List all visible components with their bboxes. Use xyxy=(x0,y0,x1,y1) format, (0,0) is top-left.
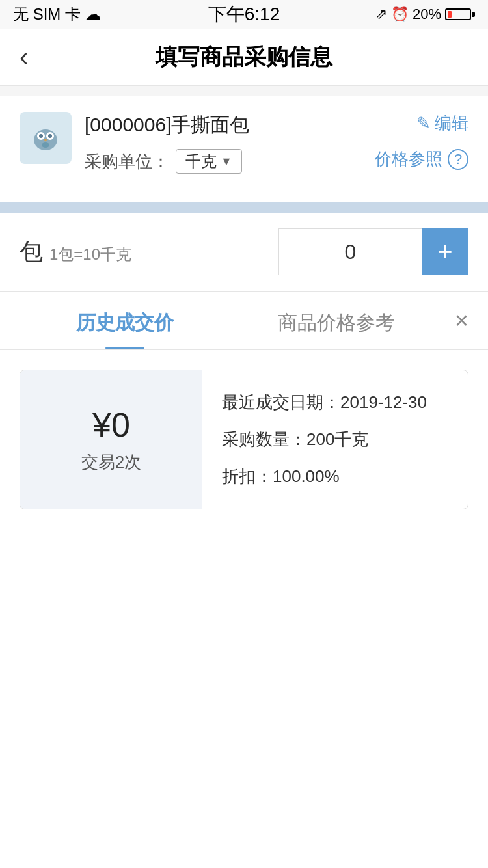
svg-point-5 xyxy=(42,142,49,148)
svg-point-4 xyxy=(48,134,52,138)
discount-label: 折扣： xyxy=(222,467,273,486)
tabs-header: 历史成交价 商品价格参考 × xyxy=(0,292,488,350)
product-logo xyxy=(20,112,72,164)
price-ref-link[interactable]: 价格参照 ? xyxy=(375,148,468,170)
location-icon: ⇗ xyxy=(375,6,387,23)
unit-label-text: 采购单位： xyxy=(85,150,169,173)
unit-dropdown-arrow: ▼ xyxy=(221,155,232,169)
unit-selector[interactable]: 千克 ▼ xyxy=(176,149,242,174)
tab-history-price[interactable]: 历史成交价 xyxy=(20,292,230,349)
alarm-icon: ⏰ xyxy=(391,6,409,23)
gray-separator xyxy=(0,202,488,213)
discount-row: 折扣：100.00% xyxy=(222,464,448,489)
status-time: 下午6:12 xyxy=(208,2,280,27)
history-price-section: ¥0 交易2次 xyxy=(20,370,202,509)
edit-icon: ✎ xyxy=(416,113,431,133)
quantity-conversion: 1包=10千克 xyxy=(49,244,131,265)
status-right: ⇗ ⏰ 20% xyxy=(375,6,475,23)
bottom-space xyxy=(0,529,488,868)
battery-percent: 20% xyxy=(413,6,441,23)
product-logo-svg xyxy=(29,122,62,154)
quantity-input-group: 0 + xyxy=(278,228,468,275)
product-info: [0000006]手撕面包 采购单位： 千克 ▼ xyxy=(20,112,249,174)
quantity-input[interactable]: 0 xyxy=(278,228,422,275)
recent-date-value: 2019-12-30 xyxy=(340,392,427,412)
tab-content-history: ¥0 交易2次 最近成交日期：2019-12-30 采购数量：200千克 折扣：… xyxy=(0,350,488,529)
product-name: [0000006]手撕面包 xyxy=(85,112,249,139)
purchase-qty-value: 200千克 xyxy=(306,429,368,449)
tab-product-price-ref[interactable]: 商品价格参考 xyxy=(230,292,441,349)
battery-icon xyxy=(445,8,475,20)
quantity-label: 包 1包=10千克 xyxy=(20,236,131,268)
history-details-section: 最近成交日期：2019-12-30 采购数量：200千克 折扣：100.00% xyxy=(202,370,468,509)
nav-bar: ‹ 填写商品采购信息 xyxy=(0,29,488,86)
help-icon: ? xyxy=(448,149,468,170)
purchase-qty-row: 采购数量：200千克 xyxy=(222,427,448,452)
status-left: 无 SIM 卡 ☁ xyxy=(13,4,101,25)
product-details: [0000006]手撕面包 采购单位： 千克 ▼ xyxy=(85,112,249,174)
tab-close-button[interactable]: × xyxy=(442,294,468,347)
discount-value: 100.00% xyxy=(273,467,340,486)
sim-label: 无 SIM 卡 ☁ xyxy=(13,4,101,25)
history-transaction-count: 交易2次 xyxy=(81,451,141,474)
quantity-row: 包 1包=10千克 0 + xyxy=(0,213,488,291)
page-title: 填写商品采购信息 xyxy=(156,42,332,72)
history-card: ¥0 交易2次 最近成交日期：2019-12-30 采购数量：200千克 折扣：… xyxy=(20,370,468,509)
svg-point-3 xyxy=(39,134,43,138)
purchase-qty-label: 采购数量： xyxy=(222,429,306,449)
status-bar: 无 SIM 卡 ☁ 下午6:12 ⇗ ⏰ 20% xyxy=(0,0,488,29)
quantity-unit: 包 xyxy=(20,236,43,268)
history-price-value: ¥0 xyxy=(92,405,130,444)
tabs-panel: 历史成交价 商品价格参考 × ¥0 交易2次 最近成交日期：2019-12-30… xyxy=(0,291,488,529)
product-card: [0000006]手撕面包 采购单位： 千克 ▼ ✎ 编辑 价格参照 ? xyxy=(0,96,488,202)
quantity-plus-button[interactable]: + xyxy=(422,228,468,275)
product-header: [0000006]手撕面包 采购单位： 千克 ▼ ✎ 编辑 价格参照 ? xyxy=(20,112,468,174)
recent-date-row: 最近成交日期：2019-12-30 xyxy=(222,390,448,415)
product-unit-row: 采购单位： 千克 ▼ xyxy=(85,149,249,174)
edit-link[interactable]: ✎ 编辑 xyxy=(416,112,468,135)
recent-date-label: 最近成交日期： xyxy=(222,392,340,412)
back-button[interactable]: ‹ xyxy=(20,42,41,72)
